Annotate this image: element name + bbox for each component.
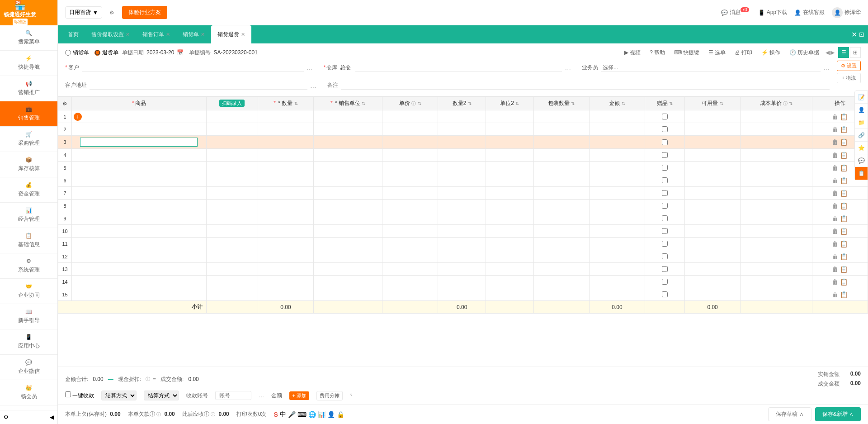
pkg-qty-cell-10[interactable]	[533, 225, 589, 238]
logistics-button[interactable]: + 物流	[837, 73, 861, 83]
price-cell-7[interactable]	[382, 187, 438, 200]
delete-icon-7[interactable]: 🗑	[832, 190, 838, 197]
unit-cell-11[interactable]	[314, 238, 382, 250]
tab-home[interactable]: 首页	[61, 25, 85, 43]
copy-icon-14[interactable]: 📋	[840, 278, 848, 286]
pkg-qty-cell-7[interactable]	[533, 187, 589, 200]
warehouse-select-btn[interactable]: …	[565, 64, 571, 71]
unit-cell-3[interactable]	[314, 136, 382, 149]
price-info-icon[interactable]: ⓘ	[411, 101, 416, 106]
right-panel-user[interactable]: 👤	[855, 104, 868, 116]
user-item[interactable]: 👤 徐泽华	[832, 7, 861, 18]
qty2-cell-9[interactable]	[438, 212, 486, 225]
pkg-qty-cell-1[interactable]	[533, 110, 589, 123]
right-panel-msg[interactable]: 💬	[855, 154, 868, 167]
price-sort[interactable]: ⇅	[418, 101, 421, 106]
save-new-button[interactable]: 保存&新增 ∧	[815, 407, 861, 421]
sidebar-item-system[interactable]: ⚙ 系统管理	[0, 253, 57, 279]
qty2-cell-8[interactable]	[438, 200, 486, 212]
sidebar-item-finance[interactable]: 💰 资金管理	[0, 177, 57, 203]
settings-footer-icon[interactable]: ⚙	[4, 414, 9, 420]
settlement-method-select[interactable]: 结算方式	[101, 391, 137, 400]
gift-cell-7[interactable]	[645, 187, 685, 200]
copy-icon-11[interactable]: 📋	[840, 240, 848, 248]
qty2-cell-6[interactable]	[438, 174, 486, 187]
unit-cell-8[interactable]	[314, 200, 382, 212]
delete-icon-9[interactable]: 🗑	[832, 215, 838, 222]
pkg-qty-cell-13[interactable]	[533, 263, 589, 276]
copy-icon-5[interactable]: 📋	[840, 164, 848, 172]
list-view-btn[interactable]: ☰	[838, 47, 849, 58]
amount-sort[interactable]: ⇅	[622, 101, 625, 106]
delete-icon-5[interactable]: 🗑	[832, 164, 838, 172]
qty-cell-9[interactable]	[258, 212, 313, 225]
delete-icon-14[interactable]: 🗑	[832, 278, 838, 286]
qty-cell-1[interactable]	[258, 110, 313, 123]
sidebar-item-member[interactable]: 👑 畅会员	[0, 380, 57, 405]
cost-sort[interactable]: ⇅	[789, 101, 793, 106]
history-btn[interactable]: 🕐 历史单据	[787, 48, 822, 58]
amount-cell-12[interactable]	[589, 250, 645, 263]
qty2-cell-14[interactable]	[438, 276, 486, 288]
add-fee-button[interactable]: + 添加	[289, 391, 309, 400]
pkg-qty-cell-9[interactable]	[533, 212, 589, 225]
fee-info-icon[interactable]: ?	[350, 393, 353, 398]
tab-sales-return[interactable]: 销货退货 ✕	[211, 25, 251, 43]
unit-cell-1[interactable]	[314, 110, 382, 123]
pkg-sort[interactable]: ⇅	[571, 101, 575, 106]
gift-cell-13[interactable]	[645, 263, 685, 276]
warehouse-input[interactable]	[355, 63, 562, 72]
help-btn[interactable]: ? 帮助	[647, 48, 668, 58]
amount-cell-8[interactable]	[589, 200, 645, 212]
gift-cell-11[interactable]	[645, 238, 685, 250]
copy-icon-4[interactable]: 📋	[840, 152, 848, 159]
qty-cell-8[interactable]	[258, 200, 313, 212]
pkg-qty-cell-4[interactable]	[533, 149, 589, 162]
product-cell-12[interactable]	[72, 250, 207, 263]
account-select[interactable]: …	[259, 392, 264, 399]
gift-cell-1[interactable]	[645, 110, 685, 123]
message-item[interactable]: 💬 消息 70	[721, 9, 751, 16]
qty-cell-11[interactable]	[258, 238, 313, 250]
qty-cell-6[interactable]	[258, 174, 313, 187]
qty-cell-3[interactable]	[258, 136, 313, 149]
copy-icon-10[interactable]: 📋	[840, 228, 848, 235]
qty2-cell-11[interactable]	[438, 238, 486, 250]
online-service-item[interactable]: 👤 在线客服	[794, 9, 825, 16]
amount-cell-4[interactable]	[589, 149, 645, 162]
copy-icon-15[interactable]: 📋	[840, 291, 848, 298]
shortcut-btn[interactable]: ⌨ 快捷键	[671, 48, 702, 58]
price-cell-10[interactable]	[382, 225, 438, 238]
tab-price-setting[interactable]: 售价提取设置 ✕	[85, 25, 136, 43]
one-click-pay-checkbox[interactable]	[65, 391, 71, 397]
gift-checkbox-10[interactable]	[662, 228, 668, 234]
copy-icon-8[interactable]: 📋	[840, 202, 848, 210]
gift-checkbox-11[interactable]	[662, 241, 668, 247]
pkg-qty-cell-6[interactable]	[533, 174, 589, 187]
product-cell-6[interactable]	[72, 174, 207, 187]
equals-btn[interactable]: =	[153, 376, 156, 382]
qty-cell-10[interactable]	[258, 225, 313, 238]
qty2-cell-13[interactable]	[438, 263, 486, 276]
unit-cell-14[interactable]	[314, 276, 382, 288]
right-panel-link[interactable]: 🔗	[855, 129, 868, 142]
video-btn[interactable]: ▶ 视频	[622, 48, 643, 58]
return-radio-input[interactable]	[94, 50, 100, 56]
price-cell-9[interactable]	[382, 212, 438, 225]
delete-icon-10[interactable]: 🗑	[832, 228, 838, 235]
pkg-qty-cell-12[interactable]	[533, 250, 589, 263]
trial-button[interactable]: 体验行业方案	[122, 6, 167, 19]
unit2-sort[interactable]: ⇅	[515, 101, 519, 106]
copy-icon-3[interactable]: 📋	[840, 138, 848, 146]
gift-cell-6[interactable]	[645, 174, 685, 187]
tab-sales-order-close[interactable]: ✕	[166, 32, 170, 38]
delete-icon-13[interactable]: 🗑	[832, 266, 838, 273]
topbar-gear-button[interactable]: ⚙	[106, 6, 118, 19]
pkg-qty-cell-15[interactable]	[533, 288, 589, 301]
qty-sort[interactable]: ⇅	[294, 101, 298, 106]
maximize-button[interactable]: ⊡	[859, 31, 864, 38]
amount-cell-14[interactable]	[589, 276, 645, 288]
qty2-cell-12[interactable]	[438, 250, 486, 263]
product-cell-5[interactable]	[72, 162, 207, 174]
amount-cell-1[interactable]	[589, 110, 645, 123]
